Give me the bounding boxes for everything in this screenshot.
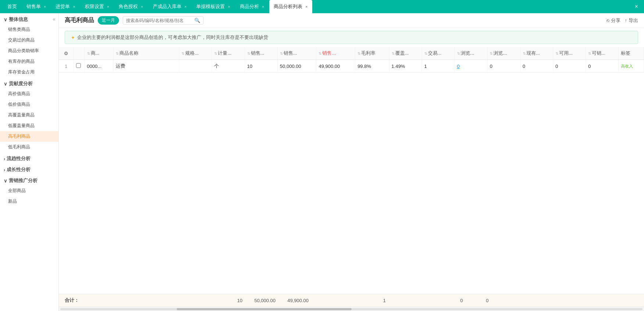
- row-name: 运费: [114, 60, 179, 73]
- footer-available: 0: [465, 298, 491, 303]
- bottom-scrollbar[interactable]: [59, 307, 644, 311]
- col-saleable[interactable]: ⇅可销...: [586, 47, 618, 60]
- col-name[interactable]: ⇅商品名称: [114, 47, 179, 60]
- filter-recent-month-button[interactable]: 近一月: [98, 16, 119, 25]
- nav-purchase-close[interactable]: ×: [73, 4, 75, 9]
- info-icon: ✦: [71, 35, 75, 40]
- row-unit: 个: [212, 60, 245, 73]
- data-table: ⚙ ⇅商... ⇅商品名称 ⇅规格... ⇅计量... ⇅销售... ⇅销售..…: [59, 47, 644, 73]
- sidebar-item-sales-goods[interactable]: 销售类商品: [0, 24, 58, 35]
- row-spec: [179, 60, 212, 73]
- search-box: 🔍: [123, 16, 204, 25]
- sidebar-item-low-value[interactable]: 低价值商品: [0, 99, 58, 110]
- export-button[interactable]: ↑ 导出: [625, 17, 638, 24]
- col-spec[interactable]: ⇅规格...: [179, 47, 212, 60]
- col-browse2[interactable]: ⇅浏览...: [488, 47, 520, 60]
- col-tag: 标签: [619, 47, 644, 60]
- nav-product-analysis-close[interactable]: ×: [262, 4, 264, 9]
- sidebar-group-trend[interactable]: › 流趋性分析: [0, 152, 58, 163]
- export-icon: ↑: [625, 18, 627, 23]
- col-sale-profit[interactable]: ⇅销售...: [316, 47, 355, 60]
- col-available[interactable]: ⇅可用...: [553, 47, 586, 60]
- nav-production[interactable]: 产成品入库单 ×: [148, 0, 191, 13]
- sidebar-item-stocked-goods[interactable]: 有库存的商品: [0, 56, 58, 67]
- nav-roles[interactable]: 角色授权 ×: [114, 0, 147, 13]
- scrollbar-track[interactable]: [60, 308, 643, 310]
- chevron-right-icon-growth: ›: [4, 167, 5, 173]
- info-banner: ✦ 企业的主要的利润都是这部分商品创造的，可考虑加大推广，同时关注库存是不要出现…: [65, 31, 638, 44]
- footer-sale-amount: 50,000.00: [245, 298, 278, 303]
- nav-template-close[interactable]: ×: [228, 4, 230, 9]
- nav-product-analysis-list-close[interactable]: ×: [305, 4, 307, 9]
- sidebar-item-new-goods[interactable]: 新品: [0, 196, 58, 207]
- col-code[interactable]: ⇅商...: [84, 47, 114, 60]
- main-layout: « ∨ 整体信息 销售类商品 交易过的商品 商品分类助销率 有库存的商品 库存资…: [0, 13, 644, 311]
- footer-sale-qty: 10: [223, 298, 245, 303]
- nav-home[interactable]: 首页: [3, 0, 21, 13]
- row-transaction: 1: [422, 60, 454, 73]
- col-transaction[interactable]: ⇅交易...: [422, 47, 454, 60]
- nav-permissions[interactable]: 权限设置 ×: [80, 0, 114, 13]
- row-available: 0: [553, 60, 586, 73]
- sidebar-item-traded-goods[interactable]: 交易过的商品: [0, 35, 58, 46]
- col-gross-margin[interactable]: ⇅毛利率: [355, 47, 389, 60]
- nav-production-close[interactable]: ×: [184, 4, 187, 9]
- col-unit[interactable]: ⇅计量...: [212, 47, 245, 60]
- row-browse1[interactable]: 0: [455, 60, 488, 73]
- nav-purchase[interactable]: 进货单 ×: [51, 0, 79, 13]
- sidebar-item-high-value[interactable]: 高价值商品: [0, 88, 58, 99]
- sidebar-item-low-margin[interactable]: 低毛利商品: [0, 142, 58, 152]
- nav-roles-close[interactable]: ×: [141, 4, 143, 9]
- nav-product-analysis[interactable]: 商品分析 ×: [235, 0, 269, 13]
- col-sale-amount[interactable]: ⇅销售...: [277, 47, 316, 60]
- col-current-stock[interactable]: ⇅现有...: [520, 47, 553, 60]
- window-close-button[interactable]: ×: [632, 3, 641, 10]
- col-coverage[interactable]: ⇅覆盖...: [389, 47, 422, 60]
- row-checkbox[interactable]: [73, 60, 84, 73]
- row-code: 0000...: [84, 60, 114, 73]
- col-sale-qty[interactable]: ⇅销售...: [245, 47, 277, 60]
- table-footer: 合计： 10 50,000.00 49,900.00 1 0 0: [59, 294, 644, 307]
- table-header-row: ⚙ ⇅商... ⇅商品名称 ⇅规格... ⇅计量... ⇅销售... ⇅销售..…: [59, 47, 644, 60]
- chevron-down-icon-contribution: ∨: [4, 81, 7, 87]
- top-nav: 首页 销售单 × 进货单 × 权限设置 × 角色授权 × 产成品入库单 × 单据…: [0, 0, 644, 13]
- row-gross-margin: 99.8%: [355, 60, 389, 73]
- row-coverage: 1.49%: [389, 60, 422, 73]
- sidebar-item-all-goods[interactable]: 全部商品: [0, 185, 58, 196]
- footer-current-stock: 0: [439, 298, 465, 303]
- header-actions: ⎋ 分享 ↑ 导出: [607, 17, 638, 24]
- row-num: 1: [59, 60, 73, 73]
- sidebar-collapse-button[interactable]: «: [53, 16, 55, 22]
- sidebar-group-marketing[interactable]: ∨ 营销推广分析: [0, 174, 58, 185]
- sidebar-item-high-coverage[interactable]: 高覆盖量商品: [0, 110, 58, 120]
- nav-sales-close[interactable]: ×: [44, 4, 46, 9]
- chevron-down-icon-marketing: ∨: [4, 178, 7, 184]
- col-browse1[interactable]: ⇅浏览...: [455, 47, 488, 60]
- nav-template[interactable]: 单据模板设置 ×: [192, 0, 234, 13]
- nav-sales[interactable]: 销售单 ×: [22, 0, 50, 13]
- row-sale-profit: 49,900.00: [316, 60, 355, 73]
- sidebar-group-growth[interactable]: › 成长性分析: [0, 163, 58, 174]
- col-checkbox: [73, 47, 84, 60]
- nav-permissions-close[interactable]: ×: [107, 4, 109, 9]
- row-sale-qty: 10: [245, 60, 277, 73]
- sidebar-group-contribution[interactable]: ∨ 贡献度分析: [0, 77, 58, 88]
- nav-product-analysis-list[interactable]: 商品分析列表 ×: [269, 0, 312, 13]
- sidebar-item-category-rate[interactable]: 商品分类助销率: [0, 46, 58, 56]
- row-saleable: 0: [586, 60, 618, 73]
- chevron-down-icon: ∨: [4, 17, 7, 22]
- sidebar-group-overall[interactable]: ∨ 整体信息: [0, 13, 58, 24]
- sidebar-item-stock-capital[interactable]: 库存资金占用: [0, 67, 58, 77]
- search-input[interactable]: [126, 18, 192, 23]
- sidebar-item-low-coverage[interactable]: 低覆盖量商品: [0, 120, 58, 131]
- footer-transaction: 1: [362, 298, 388, 303]
- scrollbar-thumb[interactable]: [177, 308, 352, 310]
- col-settings[interactable]: ⚙: [59, 47, 73, 60]
- share-button[interactable]: ⎋ 分享: [607, 17, 620, 24]
- footer-sale-profit: 49,900.00: [278, 298, 311, 303]
- row-current-stock: 0: [520, 60, 553, 73]
- row-tag: 高收入: [619, 60, 644, 73]
- content-area: 高毛利商品 近一月 🔍 ⎋ 分享 ↑ 导出 ✦ 企业的主要的利润都是这部分商品创…: [59, 13, 644, 311]
- sidebar-item-high-margin[interactable]: 高毛利商品: [0, 131, 58, 142]
- search-icon[interactable]: 🔍: [194, 18, 200, 23]
